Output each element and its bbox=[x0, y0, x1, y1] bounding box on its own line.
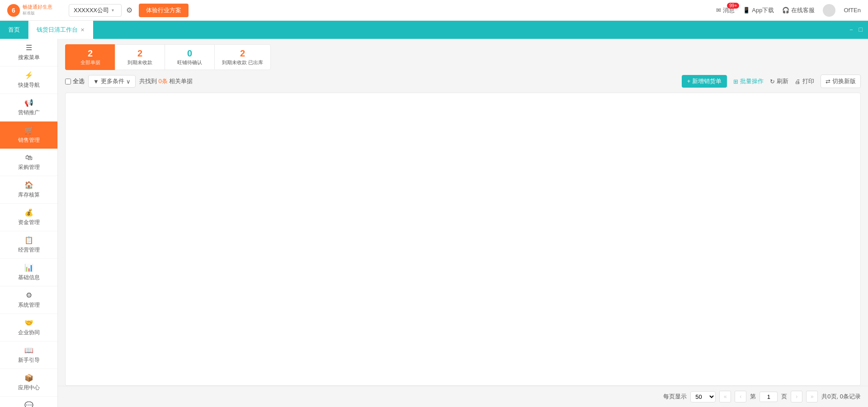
filter-label: 更多条件 bbox=[101, 77, 124, 85]
sidebar-item-enterprise-wechat[interactable]: 💬 企业微信 bbox=[0, 397, 57, 407]
status-tab-all-count: 2 bbox=[73, 48, 108, 59]
online-service-label: 在线客服 bbox=[791, 6, 815, 14]
sidebar-system-label: 系统管理 bbox=[18, 301, 40, 309]
sidebar-item-basic-info[interactable]: 📊 基础信息 bbox=[0, 259, 57, 286]
sidebar-item-quicknav[interactable]: ⚡ 快捷导航 bbox=[0, 66, 57, 94]
switch-icon: ⇄ bbox=[826, 78, 830, 85]
sidebar-sales-label: 销售管理 bbox=[18, 136, 40, 144]
avatar[interactable] bbox=[823, 4, 835, 17]
result-info: 共找到 0条 相关单据 bbox=[139, 77, 193, 85]
refresh-icon: ↻ bbox=[770, 78, 775, 85]
sidebar-inventory-label: 库存核算 bbox=[18, 191, 40, 199]
tab-maximize-icon[interactable]: □ bbox=[859, 26, 863, 34]
app-download-label: App下载 bbox=[752, 6, 774, 14]
settings-icon[interactable]: ⚙ bbox=[126, 6, 132, 14]
per-page-label: 每页显示 bbox=[663, 393, 687, 401]
status-tab-wangpu[interactable]: 0 旺铺待确认 bbox=[165, 44, 214, 70]
message-btn[interactable]: ✉ 消息 99+ bbox=[716, 6, 735, 14]
next-page-button[interactable]: › bbox=[791, 391, 802, 402]
tab-home-label: 首页 bbox=[8, 26, 20, 34]
basic-info-icon: 📊 bbox=[24, 263, 33, 272]
page-input[interactable] bbox=[760, 392, 778, 402]
inventory-icon: 🏠 bbox=[24, 181, 33, 189]
prev-page-button[interactable]: ‹ bbox=[735, 391, 746, 402]
header-right: ✉ 消息 99+ 📱 App下载 🎧 在线客服 OfTEn bbox=[716, 4, 861, 17]
message-badge: 99+ bbox=[727, 3, 739, 9]
select-all-checkbox[interactable]: 全选 bbox=[65, 77, 85, 85]
toolbar: 全选 ▼ 更多条件 ∨ 共找到 0条 相关单据 + 新增销货单 ⊞ 批量操作 bbox=[58, 70, 868, 93]
sidebar-marketing-label: 营销推广 bbox=[18, 109, 40, 117]
company-name: XXXXXX公司 bbox=[74, 6, 109, 14]
sidebar-item-sales[interactable]: 🛒 销售管理 bbox=[0, 122, 57, 149]
avatar-name[interactable]: OfTEn bbox=[844, 7, 861, 14]
top-header: 6 畅捷通好生意 标准版 XXXXXX公司 ▾ ⚙ 体验行业方案 ✉ 消息 99… bbox=[0, 0, 868, 21]
company-selector[interactable]: XXXXXX公司 ▾ bbox=[69, 4, 122, 17]
sidebar-item-inventory[interactable]: 🏠 库存核算 bbox=[0, 176, 57, 204]
result-suffix: 相关单据 bbox=[169, 78, 193, 84]
add-sales-order-button[interactable]: + 新增销货单 bbox=[682, 75, 727, 88]
table-area bbox=[65, 93, 861, 386]
status-tab-overdue[interactable]: 2 到期未收款 bbox=[115, 44, 165, 70]
app-center-icon: 📦 bbox=[24, 374, 33, 382]
online-service-btn[interactable]: 🎧 在线客服 bbox=[782, 6, 815, 14]
tab-close-icon[interactable]: ✕ bbox=[80, 27, 85, 33]
sidebar-item-operations[interactable]: 📋 经营管理 bbox=[0, 231, 57, 259]
last-page-button[interactable]: » bbox=[806, 391, 818, 402]
tab-minimize-icon[interactable]: － bbox=[848, 26, 854, 34]
per-page-select[interactable]: 50 10 20 100 bbox=[690, 391, 716, 402]
app-download-btn[interactable]: 📱 App下载 bbox=[743, 6, 774, 14]
finance-icon: 💰 bbox=[24, 208, 33, 217]
print-button[interactable]: 🖨 打印 bbox=[795, 77, 814, 85]
status-tab-all-desc: 全部单据 bbox=[80, 60, 100, 65]
status-tab-overdue-shipped-count: 2 bbox=[222, 48, 263, 59]
filter-button[interactable]: ▼ 更多条件 ∨ bbox=[88, 75, 136, 88]
print-icon: 🖨 bbox=[795, 78, 801, 85]
select-all-input[interactable] bbox=[65, 79, 71, 84]
status-tabs: 2 全部单据 2 到期未收款 0 旺铺待确认 2 到期未收款 已出库 bbox=[58, 39, 868, 70]
logo-text: 畅捷通好生意 bbox=[23, 4, 52, 10]
sidebar-basic-info-label: 基础信息 bbox=[18, 274, 40, 281]
logo-icon: 6 bbox=[7, 4, 20, 17]
sidebar-finance-label: 资金管理 bbox=[18, 219, 40, 226]
logo-text-area: 畅捷通好生意 标准版 bbox=[23, 4, 52, 16]
first-page-button[interactable]: « bbox=[719, 391, 731, 402]
sales-icon: 🛒 bbox=[24, 126, 33, 135]
trial-button[interactable]: 体验行业方案 bbox=[139, 4, 189, 17]
sidebar-item-system[interactable]: ⚙ 系统管理 bbox=[0, 286, 57, 314]
tab-bar-right: － □ bbox=[848, 26, 868, 34]
sidebar-guide-label: 新手引导 bbox=[18, 356, 40, 364]
page-suffix: 页 bbox=[781, 393, 787, 401]
sidebar-operations-label: 经营管理 bbox=[18, 246, 40, 254]
content-area: 2 全部单据 2 到期未收款 0 旺铺待确认 2 到期未收款 已出库 全选 bbox=[58, 39, 868, 407]
result-prefix: 共找到 bbox=[139, 78, 157, 84]
sidebar-item-marketing[interactable]: 📢 营销推广 bbox=[0, 94, 57, 122]
sidebar-item-app-center[interactable]: 📦 应用中心 bbox=[0, 369, 57, 397]
sidebar-item-finance[interactable]: 💰 资金管理 bbox=[0, 204, 57, 231]
quicknav-icon: ⚡ bbox=[24, 71, 33, 80]
batch-operation-button[interactable]: ⊞ 批量操作 bbox=[733, 77, 764, 85]
switch-new-version-button[interactable]: ⇄ 切换新版 bbox=[821, 75, 861, 88]
tab-work-bench-label: 钱货日清工作台 bbox=[37, 26, 78, 34]
status-tab-wangpu-count: 0 bbox=[172, 48, 207, 59]
tab-home[interactable]: 首页 bbox=[0, 21, 28, 39]
operations-icon: 📋 bbox=[24, 236, 33, 244]
page-label: 第 bbox=[750, 393, 756, 401]
status-tab-overdue-shipped-desc: 到期未收款 已出库 bbox=[222, 60, 263, 65]
enterprise-collab-icon: 🤝 bbox=[24, 318, 33, 327]
toolbar-right: + 新增销货单 ⊞ 批量操作 ↻ 刷新 🖨 打印 ⇄ 切换新版 bbox=[682, 75, 861, 88]
sidebar-item-purchase[interactable]: 🛍 采购管理 bbox=[0, 149, 57, 176]
result-count: 0条 bbox=[159, 78, 168, 84]
status-tab-overdue-shipped[interactable]: 2 到期未收款 已出库 bbox=[214, 44, 271, 70]
marketing-icon: 📢 bbox=[24, 98, 33, 107]
sidebar-item-guide[interactable]: 📖 新手引导 bbox=[0, 342, 57, 369]
status-tab-all[interactable]: 2 全部单据 bbox=[65, 44, 115, 70]
sidebar-item-search[interactable]: ☰ 搜索菜单 bbox=[0, 39, 57, 66]
main-layout: ☰ 搜索菜单 ⚡ 快捷导航 📢 营销推广 🛒 销售管理 🛍 采购管理 🏠 库存核… bbox=[0, 39, 868, 407]
app-download-icon: 📱 bbox=[743, 7, 750, 14]
tab-work-bench[interactable]: 钱货日清工作台 ✕ bbox=[28, 21, 93, 39]
sidebar-purchase-label: 采购管理 bbox=[18, 164, 40, 171]
tab-bar: 首页 钱货日清工作台 ✕ － □ bbox=[0, 21, 868, 39]
refresh-button[interactable]: ↻ 刷新 bbox=[770, 77, 788, 85]
batch-icon: ⊞ bbox=[733, 78, 738, 85]
sidebar-item-enterprise-collab[interactable]: 🤝 企业协同 bbox=[0, 314, 57, 342]
